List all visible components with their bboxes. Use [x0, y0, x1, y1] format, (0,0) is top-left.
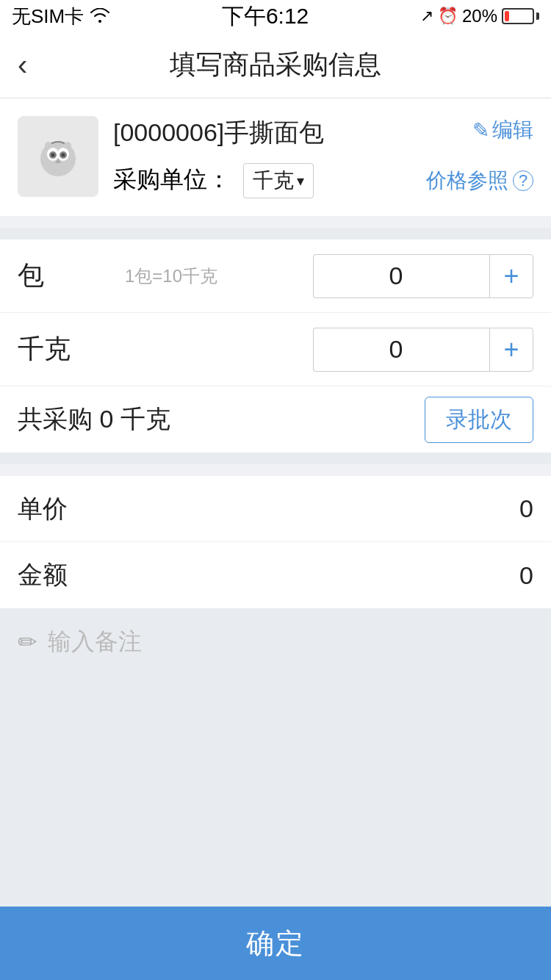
pack-label: 包 — [18, 258, 120, 294]
carrier-text: 无SIM卡 — [12, 4, 84, 29]
section-divider-2 — [0, 453, 551, 464]
remark-section[interactable]: ✏ 输入备注 — [0, 608, 551, 676]
confirm-bar: 确定 — [0, 907, 551, 980]
battery-percent: 20% — [462, 6, 497, 26]
battery-icon — [502, 8, 539, 24]
amount-value: 0 — [519, 561, 533, 590]
product-logo — [32, 131, 84, 182]
info-section: 单价 0 金额 0 — [0, 476, 551, 608]
kg-quantity-input[interactable] — [313, 328, 489, 372]
status-bar: 无SIM卡 下午6:12 ↗ ⏰ 20% — [0, 0, 551, 32]
price-row: 单价 0 — [0, 476, 551, 542]
help-icon: ? — [513, 170, 533, 191]
input-section: 包 1包=10千克 + 千克 + — [0, 239, 551, 386]
product-image — [18, 116, 98, 197]
svg-point-8 — [45, 142, 52, 149]
pack-plus-button[interactable]: + — [489, 254, 533, 298]
status-right: ↗ ⏰ 20% — [420, 6, 539, 26]
pencil-icon: ✏ — [18, 628, 37, 656]
purchase-unit-label: 采购单位： — [113, 166, 231, 192]
location-icon: ↗ — [420, 7, 433, 26]
product-card: [0000006]手撕面包 ✎ 编辑 采购单位： 千克 ▾ 价格参照 ? — [0, 98, 551, 216]
unit-value: 千克 — [253, 167, 294, 195]
alarm-icon: ⏰ — [438, 7, 458, 26]
amount-row: 金额 0 — [0, 542, 551, 608]
kg-input-row: 千克 + — [0, 313, 551, 386]
svg-point-9 — [64, 142, 71, 149]
svg-point-5 — [51, 154, 55, 157]
kg-plus-button[interactable]: + — [489, 328, 533, 372]
price-label: 单价 — [18, 492, 68, 526]
confirm-button[interactable]: 确定 — [0, 907, 551, 980]
pack-quantity-input[interactable] — [313, 254, 489, 298]
kg-label: 千克 — [18, 331, 120, 367]
wifi-icon — [90, 5, 110, 28]
nav-bar: ‹ 填写商品采购信息 — [0, 32, 551, 98]
total-text: 共采购 0 千克 — [18, 403, 170, 436]
pack-field-wrap: + — [217, 254, 533, 298]
edit-button[interactable]: ✎ 编辑 — [472, 116, 533, 144]
svg-point-6 — [62, 154, 65, 157]
total-row: 共采购 0 千克 录批次 — [0, 386, 551, 453]
price-ref-link[interactable]: 价格参照 ? — [426, 167, 533, 195]
status-left: 无SIM卡 — [12, 4, 110, 29]
edit-label: 编辑 — [492, 116, 533, 144]
product-name: [0000006]手撕面包 — [113, 116, 324, 150]
page-title: 填写商品采购信息 — [170, 47, 381, 83]
edit-icon: ✎ — [472, 118, 489, 143]
purchase-unit-label-wrap: 采购单位： 千克 ▾ — [113, 163, 314, 198]
section-divider-1 — [0, 228, 551, 239]
price-ref-label: 价格参照 — [426, 167, 508, 195]
remark-placeholder: 输入备注 — [48, 626, 142, 658]
dropdown-arrow-icon: ▾ — [297, 172, 304, 190]
status-time: 下午6:12 — [222, 1, 309, 32]
batch-button[interactable]: 录批次 — [425, 397, 533, 443]
content-spacer — [0, 676, 551, 907]
product-info: [0000006]手撕面包 ✎ 编辑 采购单位： 千克 ▾ 价格参照 ? — [113, 116, 533, 198]
back-button[interactable]: ‹ — [18, 48, 27, 82]
price-value: 0 — [519, 494, 533, 523]
pack-sublabel: 1包=10千克 — [125, 264, 217, 288]
kg-field-wrap: + — [120, 328, 533, 372]
unit-dropdown[interactable]: 千克 ▾ — [243, 163, 314, 198]
amount-label: 金额 — [18, 558, 68, 592]
pack-input-row: 包 1包=10千克 + — [0, 239, 551, 313]
